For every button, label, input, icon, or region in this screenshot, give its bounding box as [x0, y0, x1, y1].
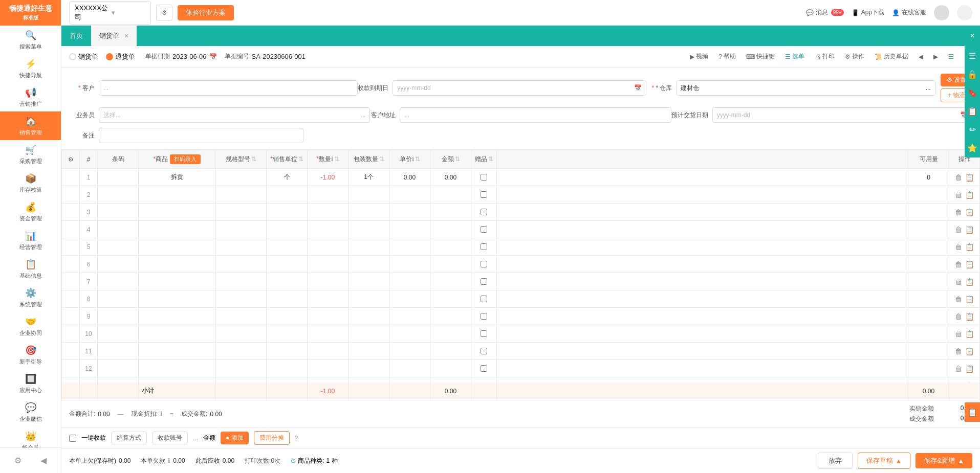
row-9-pkg[interactable]: [349, 308, 389, 325]
row-6-gift[interactable]: [471, 256, 497, 273]
row-3-pkg[interactable]: [349, 204, 389, 221]
sidebar-item-system[interactable]: ⚙️ 系统管理: [0, 283, 61, 312]
sort-spec-icon[interactable]: ⇅: [251, 155, 256, 163]
sidebar-item-purchase[interactable]: 🛒 采购管理: [0, 140, 61, 169]
tool-operation[interactable]: ⚙ 操作: [842, 51, 867, 62]
sort-gift-icon[interactable]: ⇅: [488, 155, 493, 163]
row-6-price[interactable]: [389, 256, 430, 273]
right-panel-btn-5[interactable]: ✏: [965, 122, 979, 137]
row-8-barcode[interactable]: [98, 290, 139, 308]
save-draft-button[interactable]: 保存草稿 ▲: [858, 453, 911, 469]
row-10-qty[interactable]: [308, 325, 349, 343]
row-2-product[interactable]: [139, 186, 215, 204]
row-12-gift-checkbox[interactable]: [481, 365, 487, 372]
row-7-delete-icon[interactable]: 🗑: [955, 278, 962, 286]
sort-pkg-icon[interactable]: ⇅: [379, 155, 384, 163]
warehouse-input[interactable]: 建材仓 ...: [676, 80, 935, 96]
row-10-copy-icon[interactable]: 📋: [965, 330, 974, 338]
customer-input[interactable]: ...: [99, 80, 358, 96]
expected-date-input[interactable]: yyyy-mm-dd 📅: [712, 107, 972, 123]
row-7-barcode[interactable]: [98, 273, 139, 290]
row-3-gift-checkbox[interactable]: [481, 209, 487, 215]
row-11-delete-icon[interactable]: 🗑: [955, 347, 962, 355]
row-8-copy-icon[interactable]: 📋: [965, 295, 974, 303]
row-9-amount[interactable]: [430, 308, 471, 325]
right-panel-btn-3[interactable]: 🔖: [965, 85, 979, 100]
row-6-pkg[interactable]: [349, 256, 389, 273]
payment-due-input[interactable]: yyyy-mm-dd 📅: [393, 80, 646, 96]
row-4-price[interactable]: [389, 221, 430, 238]
row-6-unit[interactable]: [267, 256, 308, 273]
sidebar-item-inventory[interactable]: 📦 库存核算: [0, 169, 61, 197]
row-3-qty[interactable]: [308, 204, 349, 221]
one-click-checkbox[interactable]: [69, 435, 76, 442]
row-9-unit[interactable]: [267, 308, 308, 325]
row-3-amount[interactable]: [430, 204, 471, 221]
row-10-product[interactable]: [139, 325, 215, 343]
tab-sales-order[interactable]: 销货单 ×: [91, 26, 137, 46]
sort-amount-icon[interactable]: ⇅: [455, 155, 460, 163]
right-panel-orange-btn[interactable]: 📋: [965, 405, 979, 419]
salesperson-input[interactable]: 选择... ...: [99, 107, 370, 123]
sidebar-item-corp[interactable]: 🤝 企业协同: [0, 312, 61, 341]
tool-select[interactable]: ☰ 选单: [782, 51, 808, 62]
row-11-gift[interactable]: [471, 343, 497, 360]
sidebar-settings-btn[interactable]: ⚙: [14, 456, 21, 465]
row-10-price[interactable]: [389, 325, 430, 343]
sidebar-item-wechat[interactable]: 💬 企业微信: [0, 398, 61, 426]
row-9-product[interactable]: [139, 308, 215, 325]
row-8-price[interactable]: [389, 290, 430, 308]
row-12-spec[interactable]: [215, 360, 267, 377]
row-5-delete-icon[interactable]: 🗑: [955, 243, 962, 251]
row-2-gift-checkbox[interactable]: [481, 191, 487, 198]
tool-next[interactable]: ▶: [930, 52, 941, 61]
app-download-button[interactable]: 📱 App下载: [852, 8, 884, 17]
row-11-amount[interactable]: [430, 343, 471, 360]
row-11-unit[interactable]: [267, 343, 308, 360]
tool-print[interactable]: 🖨 打印: [812, 51, 838, 62]
row-5-barcode[interactable]: [98, 238, 139, 256]
row-8-amount[interactable]: [430, 290, 471, 308]
sort-qty-icon[interactable]: ⇅: [334, 155, 339, 163]
row-6-barcode[interactable]: [98, 256, 139, 273]
row-1-gift-checkbox[interactable]: [481, 174, 487, 181]
row-1-qty[interactable]: -1.00: [308, 169, 349, 186]
row-2-pkg[interactable]: [349, 186, 389, 204]
row-1-price[interactable]: 0.00: [389, 169, 430, 186]
row-7-gift-checkbox[interactable]: [481, 278, 487, 285]
expense-button[interactable]: 费用分摊: [254, 431, 290, 445]
scan-button[interactable]: 扫码录入: [170, 154, 201, 164]
save-new-button[interactable]: 保存&新增 ▲: [916, 453, 972, 468]
row-4-qty[interactable]: [308, 221, 349, 238]
row-5-amount[interactable]: [430, 238, 471, 256]
discard-button[interactable]: 放弃: [818, 453, 853, 469]
tool-history[interactable]: 📜 历史单据: [872, 51, 911, 62]
row-7-qty[interactable]: [308, 273, 349, 290]
sidebar-item-operations[interactable]: 📊 经营管理: [0, 226, 61, 255]
message-button[interactable]: 💬 消息 99+: [806, 8, 844, 17]
row-3-spec[interactable]: [215, 204, 267, 221]
customer-address-input[interactable]: ...: [400, 107, 671, 123]
sort-unit-icon[interactable]: ⇅: [298, 155, 303, 163]
row-11-gift-checkbox[interactable]: [481, 348, 487, 354]
tool-shortcut[interactable]: ⌨ 快捷键: [743, 51, 778, 62]
sidebar-item-marketing[interactable]: 📢 营销推广: [0, 83, 61, 111]
row-6-delete-icon[interactable]: 🗑: [955, 260, 962, 268]
row-8-unit[interactable]: [267, 290, 308, 308]
row-1-gift[interactable]: [471, 169, 497, 186]
row-7-gift[interactable]: [471, 273, 497, 290]
row-9-gift[interactable]: [471, 308, 497, 325]
row-10-unit[interactable]: [267, 325, 308, 343]
row-5-copy-icon[interactable]: 📋: [965, 243, 974, 251]
row-1-copy-icon[interactable]: 📋: [965, 173, 974, 182]
row-2-barcode[interactable]: [98, 186, 139, 204]
row-11-spec[interactable]: [215, 343, 267, 360]
row-4-copy-icon[interactable]: 📋: [965, 226, 974, 234]
row-7-amount[interactable]: [430, 273, 471, 290]
row-9-spec[interactable]: [215, 308, 267, 325]
row-11-price[interactable]: [389, 343, 430, 360]
row-2-price[interactable]: [389, 186, 430, 204]
row-12-delete-icon[interactable]: 🗑: [955, 365, 962, 373]
row-8-gift[interactable]: [471, 290, 497, 308]
row-2-unit[interactable]: [267, 186, 308, 204]
